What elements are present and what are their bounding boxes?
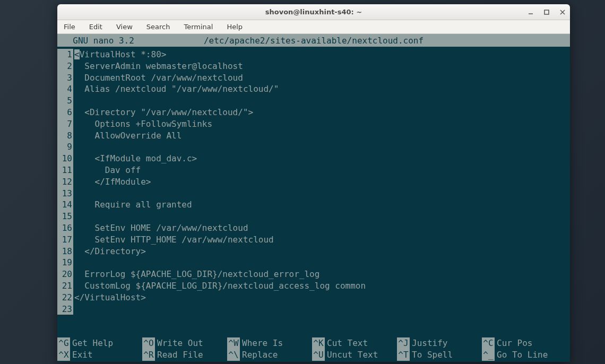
shortcut-key: ^T — [397, 349, 410, 361]
code-text: SetEnv HOME /var/www/nextcloud — [73, 222, 248, 234]
line-number: 10 — [57, 153, 73, 164]
shortcut-label: Where Is — [242, 337, 283, 349]
shortcut-label: Cur Pos — [497, 337, 532, 349]
code-text: <Directory "/var/www/nextcloud/"> — [73, 107, 253, 118]
editor-line: 12 </IfModule> — [57, 176, 570, 188]
shortcut-item[interactable]: ^_Go To Line — [482, 349, 567, 361]
line-number: 18 — [57, 246, 73, 257]
menu-file[interactable]: File — [62, 22, 77, 32]
line-number: 2 — [57, 60, 73, 72]
shortcut-key: ^O — [142, 337, 155, 349]
shortcut-item[interactable]: ^UUncut Text — [312, 349, 397, 361]
line-number: 11 — [57, 164, 73, 176]
line-number: 4 — [57, 83, 73, 95]
editor-line: 17 SetEnv HTTP_HOME /var/www/nextcloud — [57, 234, 570, 246]
line-number: 5 — [57, 95, 73, 107]
code-text: <IfModule mod_dav.c> — [73, 153, 197, 164]
editor-line: 4 Alias /nextcloud "/var/www/nextcloud/" — [57, 83, 570, 95]
shortcut-item[interactable]: ^JJustify — [397, 337, 482, 349]
editor-line: 22</VirtualHost> — [57, 292, 570, 304]
editor-line: 21 CustomLog ${APACHE_LOG_DIR}/nextcloud… — [57, 280, 570, 292]
code-text: Require all granted — [73, 199, 192, 211]
code-text: </VirtualHost> — [73, 292, 146, 304]
maximize-button[interactable] — [542, 8, 551, 16]
shortcut-item[interactable]: ^\Replace — [227, 349, 312, 361]
shortcut-key: ^X — [57, 349, 70, 361]
menu-help[interactable]: Help — [224, 22, 245, 32]
menu-view[interactable]: View — [114, 22, 135, 32]
code-text: AllowOverride All — [73, 130, 182, 142]
shortcut-key: ^J — [397, 337, 410, 349]
line-number: 12 — [57, 176, 73, 188]
menu-edit[interactable]: Edit — [87, 22, 105, 32]
minimize-button[interactable] — [526, 8, 535, 16]
menu-terminal[interactable]: Terminal — [182, 22, 215, 32]
shortcut-label: Cut Text — [327, 337, 368, 349]
shortcut-label: To Spell — [412, 349, 453, 361]
code-text: DocumentRoot /var/www/nextcloud — [73, 72, 243, 84]
shortcut-item[interactable]: ^KCut Text — [312, 337, 397, 349]
line-number: 6 — [57, 107, 73, 118]
editor-line: 16 SetEnv HOME /var/www/nextcloud — [57, 222, 570, 234]
editor-line: 1<VirtualHost *:80> — [57, 49, 570, 60]
shortcut-key: ^_ — [482, 349, 495, 361]
shortcut-item[interactable]: ^TTo Spell — [397, 349, 482, 361]
code-text — [73, 304, 74, 315]
editor-line: 10 <IfModule mod_dav.c> — [57, 153, 570, 164]
shortcut-key: ^C — [482, 337, 495, 349]
code-text — [73, 95, 74, 107]
line-number: 9 — [57, 141, 73, 153]
nano-header: GNU nano 3.2 /etc/apache2/sites-availabl… — [57, 34, 570, 47]
code-text: <VirtualHost *:80> — [73, 49, 166, 60]
line-number: 16 — [57, 222, 73, 234]
editor-line: 11 Dav off — [57, 164, 570, 176]
editor-line: 9 — [57, 141, 570, 153]
code-text — [73, 211, 74, 222]
shortcut-label: Go To Line — [497, 349, 548, 361]
editor-line: 15 — [57, 211, 570, 222]
editor-line: 3 DocumentRoot /var/www/nextcloud — [57, 72, 570, 84]
shortcut-item[interactable]: ^XExit — [57, 349, 142, 361]
line-number: 22 — [57, 292, 73, 304]
menubar: File Edit View Search Terminal Help — [57, 20, 570, 34]
close-button[interactable] — [558, 8, 567, 16]
shortcut-key: ^W — [227, 337, 240, 349]
menu-search[interactable]: Search — [144, 22, 172, 32]
shortcut-key: ^G — [57, 337, 70, 349]
shortcut-row-1: ^GGet Help^OWrite Out^WWhere Is^KCut Tex… — [57, 337, 570, 349]
code-text: SetEnv HTTP_HOME /var/www/nextcloud — [73, 234, 274, 246]
editor-line: 8 AllowOverride All — [57, 130, 570, 142]
shortcut-label: Write Out — [157, 337, 203, 349]
code-text: </IfModule> — [73, 176, 151, 188]
editor-line: 18 </Directory> — [57, 246, 570, 257]
editor-line: 7 Options +FollowSymlinks — [57, 118, 570, 130]
svg-rect-1 — [544, 10, 549, 14]
shortcut-key: ^\ — [227, 349, 240, 361]
line-number: 15 — [57, 211, 73, 222]
editor-line: 2 ServerAdmin webmaster@localhost — [57, 60, 570, 72]
window-title: shovon@linuxhint-s40: ~ — [265, 8, 362, 16]
nano-app-name: GNU nano 3.2 — [63, 36, 134, 46]
shortcut-key: ^R — [142, 349, 155, 361]
shortcut-item[interactable]: ^GGet Help — [57, 337, 142, 349]
editor-line: 23 — [57, 304, 570, 315]
shortcut-label: Uncut Text — [327, 349, 378, 361]
shortcut-item[interactable]: ^CCur Pos — [482, 337, 567, 349]
shortcut-label: Exit — [72, 349, 93, 361]
code-text: Alias /nextcloud "/var/www/nextcloud/" — [73, 83, 279, 95]
shortcut-label: Get Help — [72, 337, 113, 349]
window-controls — [526, 8, 567, 16]
line-number: 3 — [57, 72, 73, 84]
shortcut-item[interactable]: ^RRead File — [142, 349, 227, 361]
line-number: 19 — [57, 257, 73, 268]
shortcut-item[interactable]: ^WWhere Is — [227, 337, 312, 349]
shortcut-key: ^U — [312, 349, 325, 361]
line-number: 23 — [57, 304, 73, 315]
terminal-window: shovon@linuxhint-s40: ~ File Edit View S… — [57, 4, 570, 362]
line-number: 21 — [57, 280, 73, 292]
editor-area[interactable]: 1<VirtualHost *:80>2 ServerAdmin webmast… — [57, 47, 570, 336]
editor-line: 5 — [57, 95, 570, 107]
line-number: 7 — [57, 118, 73, 130]
shortcut-item[interactable]: ^OWrite Out — [142, 337, 227, 349]
code-text — [73, 188, 74, 200]
